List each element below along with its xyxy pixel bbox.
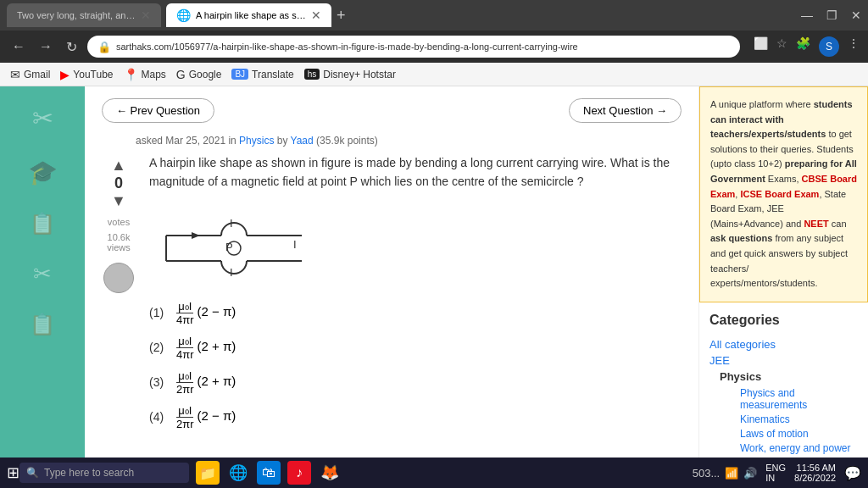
- taskbar-search[interactable]: 🔍 Type here to search: [19, 463, 189, 483]
- url-text: sarthaks.com/1056977/a-hairpin-like-shap…: [116, 42, 578, 52]
- option-3-num: (3): [149, 375, 166, 389]
- clock: 11:56 AM 8/26/2022: [794, 463, 836, 483]
- bookmark-translate-label: Translate: [252, 69, 294, 80]
- option-4-expr: μ₀I2πr(2 − π): [173, 404, 236, 430]
- views-count: 10.6k views: [102, 232, 136, 252]
- maps-icon: 📍: [124, 68, 138, 81]
- svg-text:I: I: [230, 217, 233, 230]
- svg-text:P: P: [225, 241, 233, 253]
- diagram: P I I I: [149, 202, 682, 286]
- next-question-button[interactable]: Next Question →: [569, 98, 682, 123]
- hotstar-icon: hs: [304, 69, 320, 80]
- extension-icon[interactable]: 🧩: [796, 36, 810, 57]
- close-icon[interactable]: ✕: [851, 8, 861, 22]
- back-button[interactable]: ←: [8, 37, 29, 56]
- bookmark-icon[interactable]: ☆: [776, 36, 787, 57]
- search-icon: 🔍: [26, 467, 39, 479]
- option-3[interactable]: (3) μ₀I2πr(2 + π): [149, 369, 682, 396]
- cat-physics-measurements[interactable]: Physics and measurements: [720, 385, 858, 411]
- question-navigation: ← Prev Question Next Question →: [85, 86, 698, 135]
- question-text: A hairpin like shape as shown in figure …: [149, 153, 682, 191]
- downvote-button[interactable]: ▼: [111, 192, 126, 210]
- option-2-num: (2): [149, 341, 166, 354]
- graduate-icon: 🎓: [28, 158, 58, 186]
- clipboard-icon: 📋: [30, 212, 55, 236]
- physics-link[interactable]: Physics: [239, 135, 274, 147]
- svg-marker-8: [192, 232, 200, 239]
- cat-work-energy[interactable]: Work, energy and power: [720, 440, 858, 454]
- cat-laws-of-motion[interactable]: Laws of motion: [720, 425, 858, 440]
- taskbar-vpn[interactable]: 🦊: [318, 461, 342, 485]
- options-list: (1) μ₀I4πr(2 − π) (2) μ₀I4πr(2 + π) (3): [149, 300, 682, 430]
- date-display: 8/26/2022: [794, 473, 836, 483]
- question-body: ▲ 0 ▼ votes 10.6k views A hairpin like s…: [85, 153, 698, 439]
- google-icon: G: [176, 68, 186, 81]
- start-button[interactable]: ⊞: [7, 463, 19, 482]
- url-input[interactable]: 🔒 sarthaks.com/1056977/a-hairpin-like-sh…: [87, 36, 740, 58]
- taskbar-file-explorer[interactable]: 📁: [196, 461, 220, 485]
- cat-jee[interactable]: JEE: [709, 352, 858, 369]
- taskbar-pinned-icons: 📁 🌐 🛍 ♪ 🦊: [196, 461, 342, 485]
- forward-button[interactable]: →: [36, 37, 56, 56]
- bookmark-youtube[interactable]: ▶ YouTube: [60, 68, 113, 81]
- option-4[interactable]: (4) μ₀I2πr(2 − π): [149, 404, 682, 430]
- bookmark-bar: ✉ Gmail ▶ YouTube 📍 Maps G Google BJ Tra…: [0, 63, 868, 86]
- cat-physics: Physics Physics and measurements Kinemat…: [709, 369, 858, 469]
- vote-label: votes: [108, 217, 130, 227]
- bookmark-hotstar-label: Disney+ Hotstar: [323, 69, 396, 80]
- option-2[interactable]: (2) μ₀I4πr(2 + π): [149, 335, 682, 361]
- main-layout: ✂ 🎓 📋 ✂ 📋 ← Prev Question Next Question …: [0, 86, 868, 488]
- bookmark-google-label: Google: [189, 69, 222, 80]
- left-decoration: ✂ 🎓 📋 ✂ 📋: [0, 86, 85, 488]
- bookmark-youtube-label: YouTube: [73, 69, 113, 80]
- cast-icon[interactable]: ⬜: [754, 36, 768, 57]
- upvote-button[interactable]: ▲: [111, 157, 126, 175]
- cat-physics-label[interactable]: Physics: [720, 369, 858, 385]
- system-tray: 503... 📶 🔊: [693, 467, 758, 480]
- taskbar-music[interactable]: ♪: [287, 461, 311, 485]
- wifi-icon: 📶: [725, 467, 738, 480]
- restore-icon[interactable]: ❐: [826, 8, 837, 22]
- question-content: A hairpin like shape as shown in figure …: [136, 153, 682, 439]
- tab-2-close[interactable]: ✕: [311, 8, 321, 22]
- right-sidebar: A unique platform where students can int…: [698, 86, 868, 488]
- bookmark-translate[interactable]: BJ Translate: [231, 69, 293, 80]
- option-3-expr: μ₀I2πr(2 + π): [173, 369, 236, 396]
- menu-icon[interactable]: ⋮: [848, 36, 860, 57]
- clipboard-icon-2: 📋: [30, 313, 55, 336]
- gmail-icon: ✉: [10, 68, 20, 81]
- option-4-num: (4): [149, 410, 166, 424]
- categories-title: Categories: [709, 313, 858, 328]
- notification-icon[interactable]: 💬: [844, 465, 861, 481]
- option-2-expr: μ₀I4πr(2 + π): [173, 335, 236, 361]
- bookmark-google[interactable]: G Google: [176, 68, 222, 81]
- tab-1-close[interactable]: ✕: [141, 8, 151, 22]
- profile-icon[interactable]: S: [819, 36, 839, 57]
- taskbar-chrome[interactable]: 🌐: [226, 461, 250, 485]
- bookmark-gmail[interactable]: ✉ Gmail: [10, 68, 50, 81]
- browser-chrome: Two very long, straight, and insu ✕ 🌐 A …: [0, 0, 868, 30]
- youtube-icon: ▶: [60, 68, 70, 81]
- content-area: ← Prev Question Next Question → asked Ma…: [85, 86, 698, 488]
- refresh-button[interactable]: ↻: [63, 37, 81, 57]
- minimize-icon[interactable]: —: [801, 8, 813, 22]
- bookmark-hotstar[interactable]: hs Disney+ Hotstar: [304, 69, 396, 80]
- svg-text:I: I: [293, 238, 297, 251]
- vote-count: 0: [114, 175, 123, 192]
- author-link[interactable]: Yaad: [291, 135, 314, 147]
- translate-icon: BJ: [231, 69, 248, 80]
- language-label: ENG: [765, 463, 786, 473]
- taskbar-store[interactable]: 🛍: [257, 461, 281, 485]
- volume-icon[interactable]: 🔊: [743, 467, 757, 480]
- cat-all[interactable]: All categories: [709, 336, 858, 352]
- prev-question-button[interactable]: ← Prev Question: [102, 98, 214, 123]
- bookmark-maps[interactable]: 📍 Maps: [124, 68, 166, 81]
- option-1[interactable]: (1) μ₀I4πr(2 − π): [149, 300, 682, 326]
- svg-text:I: I: [230, 266, 233, 279]
- bookmark-gmail-label: Gmail: [24, 69, 50, 80]
- cat-kinematics[interactable]: Kinematics: [720, 411, 858, 425]
- new-tab-button[interactable]: +: [337, 7, 346, 25]
- taskbar-search-label: Type here to search: [44, 467, 134, 479]
- tab-1[interactable]: Two very long, straight, and insu ✕: [7, 3, 161, 27]
- tab-2[interactable]: 🌐 A hairpin like shape as shown in ✕: [166, 3, 331, 27]
